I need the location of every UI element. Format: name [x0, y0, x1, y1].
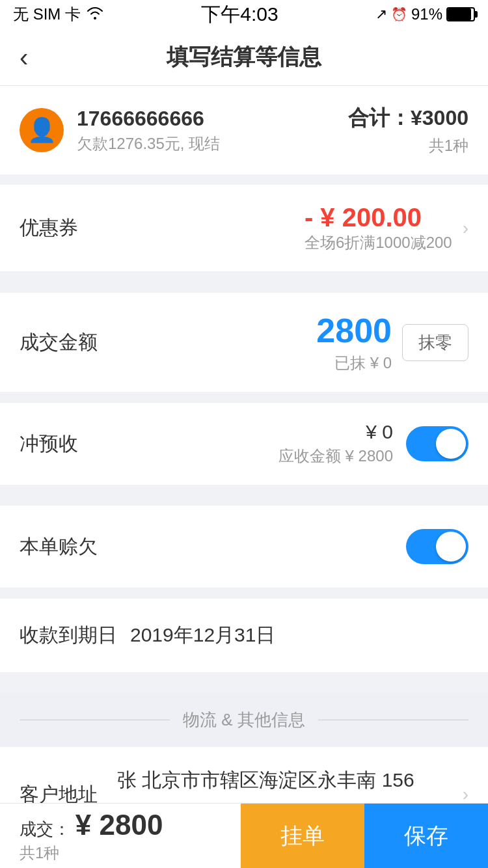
nav-bar: ‹ 填写结算等信息: [0, 29, 488, 86]
carrier-text: 无 SIM 卡: [13, 4, 81, 25]
page-title: 填写结算等信息: [167, 42, 321, 72]
status-time: 下午4:03: [201, 1, 278, 28]
prepay-amount-block: ¥ 0 应收金额 ¥ 2800: [278, 421, 393, 467]
logistics-divider: 物流 & 其他信息: [0, 693, 488, 747]
deal-amount-label: 成交金额: [20, 329, 98, 356]
user-icon: 👤: [27, 116, 57, 144]
status-left: 无 SIM 卡: [13, 4, 104, 25]
section-divider-2: [0, 495, 488, 506]
toggle-knob: [436, 429, 466, 459]
deal-amount-block: 2800 已抹 ¥ 0: [316, 311, 392, 373]
hang-button[interactable]: 挂单: [241, 804, 364, 869]
save-button[interactable]: 保存: [364, 804, 488, 869]
address-chevron: ›: [463, 784, 468, 805]
customer-info-section: 👤 17666666666 欠款1276.35元, 现结 合计：¥3000 共1…: [0, 86, 488, 174]
back-button[interactable]: ‹: [20, 44, 28, 70]
wifi-icon: [86, 5, 104, 23]
deal-amount-row: 成交金额 2800 已抹 ¥ 0 抹零: [0, 293, 488, 392]
discount-amount: - ¥ 200.00: [305, 203, 452, 232]
battery-text: 91%: [411, 5, 442, 23]
debt-row: 本单赊欠: [0, 506, 488, 588]
status-right: ↗ ⏰ 91%: [375, 5, 475, 23]
alarm-icon: ⏰: [391, 7, 407, 22]
prepay-right: ¥ 0 应收金额 ¥ 2800: [278, 421, 468, 467]
customer-debt: 欠款1276.35元, 现结: [77, 133, 348, 154]
discount-desc: 全场6折满1000减200: [305, 232, 452, 253]
bottom-deal-line: 成交： ¥ 2800: [20, 809, 221, 841]
prepay-toggle[interactable]: [406, 426, 468, 461]
bottom-count: 共1种: [20, 843, 221, 863]
discount-row[interactable]: 优惠券 - ¥ 200.00 全场6折满1000减200 ›: [0, 185, 488, 272]
total-amount: 合计：¥3000: [348, 104, 468, 133]
bottom-summary: 成交： ¥ 2800 共1种: [0, 809, 241, 863]
location-icon: ↗: [375, 6, 387, 23]
customer-total: 合计：¥3000 共1种: [348, 104, 468, 156]
debt-label: 本单赊欠: [20, 534, 98, 560]
divider-line-left: [20, 720, 170, 720]
round-off-button[interactable]: 抹零: [402, 324, 468, 361]
due-date-label: 收款到期日: [20, 622, 117, 649]
customer-phone: 17666666666: [77, 107, 348, 131]
discount-value-block: - ¥ 200.00 全场6折满1000减200: [305, 203, 452, 253]
bottom-deal-amount: ¥ 2800: [75, 809, 163, 841]
deal-amount-value: 2800: [316, 311, 392, 350]
discount-label: 优惠券: [20, 215, 78, 241]
discount-chevron: ›: [463, 218, 468, 239]
bottom-deal-label: 成交：: [20, 819, 70, 839]
due-date-row: 收款到期日 2019年12月31日: [0, 599, 488, 672]
section-divider-1: [0, 282, 488, 293]
prepay-amount: ¥ 0: [278, 421, 393, 443]
discount-right: - ¥ 200.00 全场6折满1000减200 ›: [305, 203, 468, 253]
avatar: 👤: [20, 108, 64, 152]
section-divider-3: [0, 683, 488, 693]
prepay-row: 冲预收 ¥ 0 应收金额 ¥ 2800: [0, 402, 488, 485]
bottom-bar: 成交： ¥ 2800 共1种 挂单 保存: [0, 803, 488, 868]
total-count: 共1种: [348, 135, 468, 156]
debt-toggle-knob: [436, 532, 466, 562]
divider-line-right: [318, 720, 468, 720]
content: 👤 17666666666 欠款1276.35元, 现结 合计：¥3000 共1…: [0, 86, 488, 868]
due-date-value: 2019年12月31日: [130, 622, 275, 649]
prepay-label: 冲预收: [20, 431, 78, 457]
logistics-divider-text: 物流 & 其他信息: [183, 709, 305, 731]
customer-details: 17666666666 欠款1276.35元, 现结: [77, 107, 348, 154]
debt-toggle[interactable]: [406, 529, 468, 564]
status-bar: 无 SIM 卡 下午4:03 ↗ ⏰ 91%: [0, 0, 488, 29]
deal-amount-sub: 已抹 ¥ 0: [316, 353, 392, 373]
deal-amount-right: 2800 已抹 ¥ 0 抹零: [316, 311, 468, 373]
battery-icon: [446, 7, 475, 21]
prepay-sub: 应收金额 ¥ 2800: [278, 446, 393, 467]
